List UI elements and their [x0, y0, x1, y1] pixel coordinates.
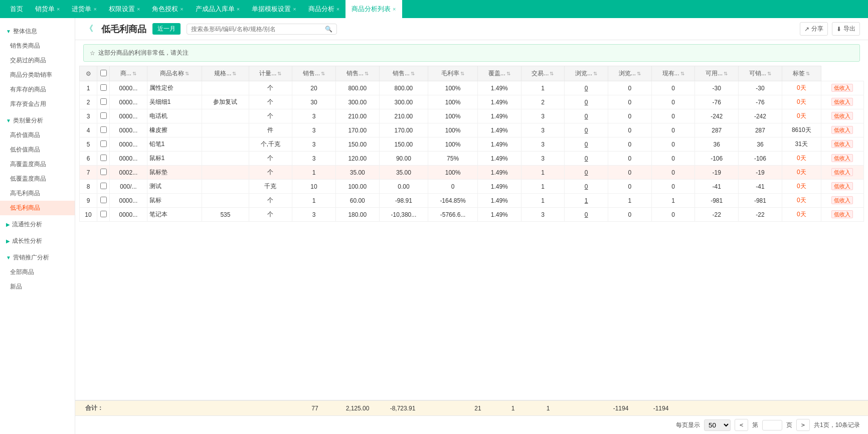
- nav-home[interactable]: 首页: [4, 0, 29, 18]
- sidebar-item-low-margin[interactable]: 低毛利商品: [0, 201, 75, 215]
- row-deal[interactable]: 0: [565, 81, 608, 95]
- row-checkbox[interactable]: [100, 211, 107, 217]
- sidebar-section-overall-title[interactable]: ▼ 整体信息: [0, 24, 75, 39]
- share-button[interactable]: ↗ 分享: [800, 22, 828, 36]
- col-header-checkbox[interactable]: [97, 66, 110, 81]
- col-header-sale-amount[interactable]: 销售...⇅: [379, 66, 428, 81]
- col-header-tag[interactable]: 标签⇅: [782, 66, 821, 81]
- col-header-spec[interactable]: 规格...⇅: [202, 66, 249, 81]
- collapse-sidebar-button[interactable]: 《: [83, 24, 95, 34]
- row-coverage: 2: [521, 95, 565, 109]
- row-checkbox-cell[interactable]: [97, 95, 110, 109]
- nav-permissions[interactable]: 权限设置 ×: [103, 0, 146, 18]
- sidebar-item-low-coverage[interactable]: 低覆盖度商品: [0, 172, 75, 186]
- row-checkbox-cell[interactable]: [97, 152, 110, 166]
- nav-template-close[interactable]: ×: [293, 6, 296, 12]
- row-checkbox[interactable]: [100, 112, 107, 119]
- row-checkbox[interactable]: [100, 197, 107, 203]
- col-header-stock[interactable]: 现有...⇅: [651, 66, 695, 81]
- main-content: 《 低毛利商品 近一月 🔍 ↗ 分享 ⬇ 导出 ☆ 这部分商品的利润非常低，: [75, 18, 868, 434]
- next-page-button[interactable]: ＞: [796, 419, 810, 431]
- col-header-sale-price[interactable]: 销售...⇅: [335, 66, 379, 81]
- row-deal[interactable]: 0: [565, 180, 608, 194]
- row-checkbox-cell[interactable]: [97, 137, 110, 152]
- col-header-available[interactable]: 可用...⇅: [695, 66, 739, 81]
- col-header-settings[interactable]: ⚙: [80, 66, 97, 81]
- row-deal[interactable]: 0: [565, 166, 608, 180]
- row-checkbox-cell[interactable]: [97, 180, 110, 194]
- row-checkbox-cell[interactable]: [97, 208, 110, 222]
- row-deal[interactable]: 0: [565, 123, 608, 137]
- row-checkbox-cell[interactable]: [97, 194, 110, 208]
- col-header-browse2[interactable]: 浏览...⇅: [608, 66, 652, 81]
- page-input[interactable]: 1: [762, 420, 782, 430]
- col-header-browse1[interactable]: 浏览...⇅: [565, 66, 608, 81]
- row-margin: 1.49%: [477, 152, 521, 166]
- sidebar-item-all-products[interactable]: 全部商品: [0, 265, 75, 279]
- nav-permissions-close[interactable]: ×: [137, 6, 140, 12]
- row-browse1: 0: [608, 109, 652, 123]
- col-header-name[interactable]: 商品名称⇅: [147, 66, 202, 81]
- nav-sales[interactable]: 销货单 ×: [29, 0, 66, 18]
- nav-product-analysis-list[interactable]: 商品分析列表 ×: [345, 0, 402, 18]
- nav-product-entry[interactable]: 产成品入库单 ×: [190, 0, 246, 18]
- sidebar-item-category-sales-rate[interactable]: 商品分类助销率: [0, 68, 75, 82]
- sidebar-item-traded[interactable]: 交易过的商品: [0, 53, 75, 68]
- row-browse1: 0: [608, 81, 652, 95]
- col-header-margin[interactable]: 毛利率⇅: [428, 66, 478, 81]
- row-checkbox[interactable]: [100, 169, 107, 175]
- sidebar-item-high-coverage[interactable]: 高覆盖度商品: [0, 157, 75, 172]
- search-icon[interactable]: 🔍: [325, 26, 332, 33]
- row-checkbox-cell[interactable]: [97, 109, 110, 123]
- search-input[interactable]: [191, 26, 323, 33]
- nav-roles-close[interactable]: ×: [180, 6, 183, 12]
- row-deal[interactable]: 0: [565, 109, 608, 123]
- nav-analysis-close[interactable]: ×: [336, 6, 339, 12]
- export-button[interactable]: ⬇ 导出: [832, 22, 860, 36]
- sidebar-item-new-products[interactable]: 新品: [0, 279, 75, 294]
- nav-template[interactable]: 单据模板设置 ×: [246, 0, 302, 18]
- sidebar-item-sales-category[interactable]: 销售类商品: [0, 39, 75, 53]
- prev-page-button[interactable]: ＜: [735, 419, 748, 431]
- row-deal[interactable]: 1: [565, 194, 608, 208]
- sidebar-item-high-value[interactable]: 高价值商品: [0, 128, 75, 142]
- row-checkbox[interactable]: [100, 155, 107, 161]
- sidebar-section-growth-title[interactable]: ▶ 成长性分析: [0, 234, 75, 248]
- row-checkbox-cell[interactable]: [97, 123, 110, 137]
- col-header-code[interactable]: 商...⇅: [110, 66, 147, 81]
- col-header-qty[interactable]: 销售...⇅: [292, 66, 336, 81]
- row-checkbox-cell[interactable]: [97, 81, 110, 95]
- row-checkbox[interactable]: [100, 140, 107, 147]
- settings-icon[interactable]: ⚙: [86, 70, 91, 77]
- row-checkbox-cell[interactable]: [97, 166, 110, 180]
- sidebar-item-high-margin[interactable]: 高毛利商品: [0, 186, 75, 201]
- row-deal[interactable]: 0: [565, 152, 608, 166]
- sidebar-section-category-title[interactable]: ▼ 类别量分析: [0, 113, 75, 128]
- sidebar-section-marketing-title[interactable]: ▼ 营销推广分析: [0, 250, 75, 265]
- row-checkbox[interactable]: [100, 84, 107, 91]
- col-header-deal[interactable]: 交易...⇅: [521, 66, 565, 81]
- row-checkbox[interactable]: [100, 126, 107, 133]
- per-page-select[interactable]: 50 100 200: [704, 419, 731, 431]
- nav-product-analysis[interactable]: 商品分析 ×: [302, 0, 345, 18]
- col-header-unit[interactable]: 计量...⇅: [249, 66, 292, 81]
- sidebar-item-low-value[interactable]: 低价值商品: [0, 142, 75, 157]
- row-checkbox[interactable]: [100, 98, 107, 105]
- col-header-sellable[interactable]: 可销...⇅: [739, 66, 782, 81]
- sidebar-item-stock-capital[interactable]: 库存资金占用: [0, 97, 75, 111]
- row-deal[interactable]: 0: [565, 208, 608, 222]
- nav-purchase[interactable]: 进货单 ×: [66, 0, 102, 18]
- col-header-coverage[interactable]: 覆盖...⇅: [477, 66, 521, 81]
- row-deal[interactable]: 0: [565, 95, 608, 109]
- sidebar-item-in-stock[interactable]: 有库存的商品: [0, 82, 75, 97]
- select-all-checkbox[interactable]: [100, 70, 107, 76]
- row-deal[interactable]: 0: [565, 137, 608, 152]
- nav-product-entry-close[interactable]: ×: [237, 6, 240, 12]
- nav-roles[interactable]: 角色授权 ×: [146, 0, 189, 18]
- date-filter-button[interactable]: 近一月: [152, 23, 181, 35]
- nav-list-close[interactable]: ×: [393, 6, 396, 12]
- nav-purchase-close[interactable]: ×: [93, 6, 96, 12]
- sidebar-section-liquidity-title[interactable]: ▶ 流通性分析: [0, 217, 75, 232]
- nav-sales-close[interactable]: ×: [57, 6, 60, 12]
- row-checkbox[interactable]: [100, 183, 107, 189]
